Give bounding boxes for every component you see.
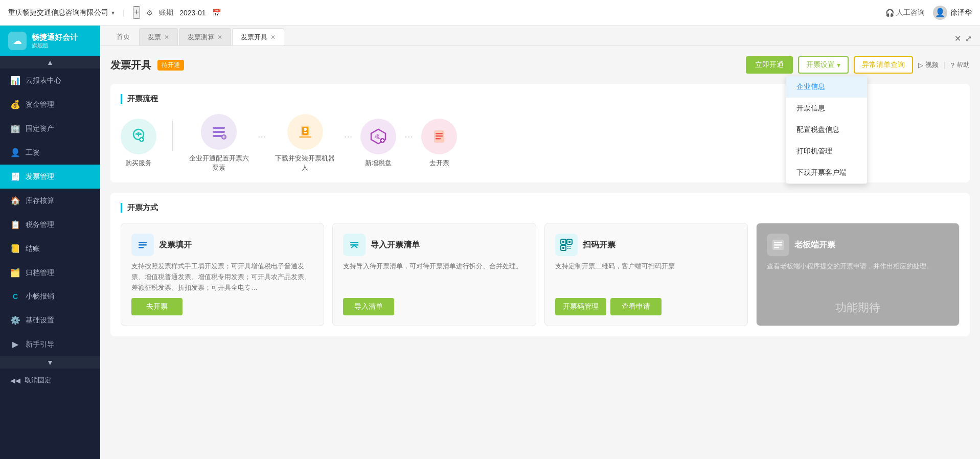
method-scan-desc: 支持定制开票二维码，客户端可扫码开票 [555, 261, 737, 272]
help-button[interactable]: ? 帮助 [951, 60, 970, 70]
svg-rect-44 [774, 242, 782, 243]
tab-fapiao[interactable]: 发票 ✕ [139, 28, 178, 45]
method-fill-icon [131, 234, 154, 256]
flow-step-download: 下载并安装开票机器人 [275, 114, 336, 172]
flow-step-enterprise-icon [201, 114, 237, 150]
page-content: 发票开具 待开通 立即开通 开票设置 ▾ 异常清单查询 ▷ 视频 | ? [100, 46, 980, 459]
video-button[interactable]: ▷ 视频 [918, 60, 939, 70]
sidebar-item-label: 固定资产 [26, 124, 54, 133]
sidebar-item-yunbao[interactable]: 📊 云报表中心 [0, 68, 100, 93]
consult-button[interactable]: 🎧 人工咨询 [885, 8, 925, 17]
flow-step-buy: 购买服务 [121, 119, 156, 168]
abnormal-list-button[interactable]: 异常清单查询 [854, 56, 913, 74]
sidebar-item-jichushezhi[interactable]: ⚙️ 基础设置 [0, 308, 100, 332]
user-info[interactable]: 👤 徐泽华 [933, 6, 972, 20]
methods-section-title: 开票方式 [121, 203, 960, 213]
sidebar-item-xinshou[interactable]: ▶ 新手引导 [0, 332, 100, 356]
activate-button[interactable]: 立即开通 [746, 56, 793, 74]
content-area: 首页 发票 ✕ 发票测算 ✕ 发票开具 ✕ ✕ ⤢ 发票开具 [100, 26, 980, 459]
svg-rect-36 [562, 241, 564, 243]
sidebar-scroll-up[interactable]: ▲ [0, 56, 100, 68]
sidebar-scroll-down[interactable]: ▼ [0, 356, 100, 369]
tab-home[interactable]: 首页 [108, 28, 138, 45]
fapiao-icon: 🧾 [10, 172, 20, 181]
dropdown-item-xiazai-kaipiao[interactable]: 下载开票客户端 [786, 162, 867, 183]
sidebar-item-zijin[interactable]: 💰 资金管理 [0, 93, 100, 117]
cancel-icon: ◀◀ [10, 377, 20, 384]
scan-qr-button[interactable]: 开票码管理 [555, 298, 606, 315]
play-icon: ▷ [918, 61, 923, 69]
svg-rect-6 [213, 127, 225, 129]
shuiwu-icon: 📋 [10, 220, 20, 230]
tab-expand-button[interactable]: ⤢ [965, 34, 972, 43]
svg-rect-28 [139, 244, 147, 246]
page-header: 发票开具 待开通 立即开通 开票设置 ▾ 异常清单查询 ▷ 视频 | ? [110, 56, 970, 74]
flow-step-buy-icon [121, 119, 156, 154]
sidebar: ☁ 畅捷通好会计 旗舰版 ▲ 📊 云报表中心 💰 资金管理 🏢 固定资产 👤 工… [0, 26, 100, 459]
main-layout: ☁ 畅捷通好会计 旗舰版 ▲ 📊 云报表中心 💰 资金管理 🏢 固定资产 👤 工… [0, 26, 980, 459]
settings-button-label: 开票设置 [806, 60, 835, 70]
sidebar-item-fapiao[interactable]: 🧾 发票管理 [0, 165, 100, 189]
sidebar-item-jiezhang[interactable]: 📒 结账 [0, 237, 100, 261]
boss-overlay-text: 功能期待 [835, 300, 880, 315]
sidebar-item-gudingzichan[interactable]: 🏢 固定资产 [0, 117, 100, 141]
scan-buttons: 开票码管理 查看申请 [555, 298, 737, 315]
sidebar-cancel-fixed[interactable]: ◀◀ 取消固定 [0, 369, 100, 392]
tab-fapiao-kaiju[interactable]: 发票开具 ✕ [232, 28, 284, 45]
svg-rect-40 [569, 246, 571, 247]
company-selector[interactable]: 重庆畅捷交通信息咨询有限公司 ▾ [8, 8, 115, 17]
sidebar-item-shuiwu[interactable]: 📋 税务管理 [0, 213, 100, 237]
jichushezhi-icon: ⚙️ [10, 315, 20, 325]
tab-fapiao-cesuan[interactable]: 发票测算 ✕ [179, 28, 231, 45]
logo-icon: ☁ [8, 32, 27, 50]
sidebar-item-label: 资金管理 [26, 100, 54, 109]
fill-invoice-button[interactable]: 去开票 [131, 298, 183, 315]
settings-dropdown-button[interactable]: 开票设置 ▾ [798, 56, 849, 74]
svg-rect-38 [562, 247, 564, 249]
tab-fapiao-close[interactable]: ✕ [164, 34, 169, 41]
settings-icon[interactable]: ⚙ [146, 9, 153, 17]
consult-label: 人工咨询 [896, 8, 925, 17]
method-card-fill: 发票填开 支持按照发票样式手工填开发票；可开具增值税电子普通发票、增值税普通发票… [121, 223, 324, 326]
xinshou-icon: ▶ [10, 339, 20, 349]
method-boss-desc: 查看老板端小程序提交的开票申请，并作出相应的处理。 [767, 261, 949, 272]
sidebar-item-guidang[interactable]: 🗂️ 归档管理 [0, 261, 100, 285]
sidebar-item-xiaochang[interactable]: C 小畅报销 [0, 285, 100, 308]
svg-rect-27 [139, 242, 147, 243]
method-boss-name: 老板端开票 [794, 240, 835, 250]
sidebar-item-label: 小畅报销 [26, 292, 54, 301]
flow-step-download-icon [287, 114, 323, 150]
import-list-button[interactable]: 导入清单 [343, 298, 394, 315]
period-value: 2023-01 [179, 9, 206, 17]
xiaochang-icon: C [10, 292, 20, 301]
sidebar-item-label: 结账 [26, 244, 40, 254]
tab-fapiao-cesuan-close[interactable]: ✕ [217, 34, 222, 41]
add-company-button[interactable]: + [133, 6, 141, 19]
method-fill-desc: 支持按照发票样式手工填开发票；可开具增值税电子普通发票、增值税普通发票、增值税专… [131, 261, 313, 293]
flow-step-invoice-label: 去开票 [429, 158, 449, 168]
svg-rect-25 [436, 138, 441, 140]
dropdown-item-kaipiao-info[interactable]: 开票信息 [786, 98, 867, 119]
svg-rect-45 [774, 244, 782, 246]
tab-fapiao-kaiju-close[interactable]: ✕ [270, 34, 276, 41]
dropdown-item-peizhi-shuipan[interactable]: 配置税盘信息 [786, 119, 867, 141]
logo-text: 畅捷通好会计 [32, 33, 78, 42]
sidebar-item-kucun[interactable]: 🏠 库存核算 [0, 189, 100, 213]
settings-dropdown-menu: → 企业信息 开票信息 配置税盘信息 打印机管理 [786, 76, 868, 184]
method-fill-name: 发票填开 [159, 240, 192, 250]
method-card-import: 导入开票清单 支持导入待开票清单，可对待开票清单进行拆分、合并处理。 导入清单 [332, 223, 536, 326]
view-application-button[interactable]: 查看申请 [610, 298, 662, 315]
tab-fapiao-kaiju-label: 发票开具 [241, 33, 267, 42]
flow-step-tax-icon: 税 [360, 119, 396, 154]
dropdown-item-dayinji-guanli[interactable]: 打印机管理 [786, 141, 867, 162]
method-import-name: 导入开票清单 [371, 240, 420, 250]
sidebar-item-gongzi[interactable]: 👤 工资 [0, 141, 100, 165]
divider1: | [123, 9, 125, 17]
red-arrow-indicator: → [811, 76, 823, 79]
dropdown-item-qiye-info[interactable]: 企业信息 [786, 76, 867, 98]
tab-close-all-button[interactable]: ✕ [954, 34, 961, 43]
flow-step-enterprise-label: 企业开通配置开票六要素 [188, 154, 249, 172]
period-label: 账期 [159, 8, 173, 17]
calendar-icon[interactable]: 📅 [212, 9, 221, 17]
help-icon: ? [951, 61, 954, 69]
